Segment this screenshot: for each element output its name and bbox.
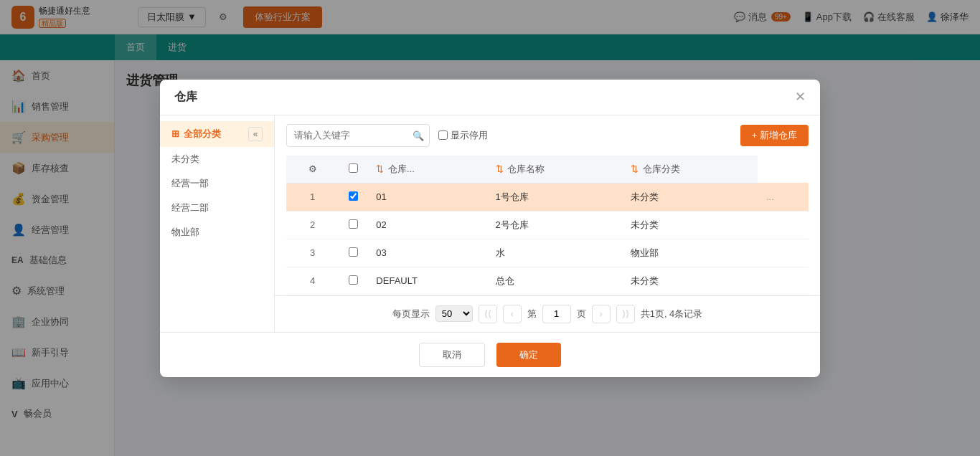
sort-icon-category: ⇅: [631, 163, 639, 174]
page-size-label: 每页显示: [392, 308, 430, 320]
first-page-button[interactable]: ⟨⟨: [479, 305, 497, 323]
category-all[interactable]: ⊞ 全部分类 «: [160, 121, 274, 147]
row-code-1: 02: [367, 211, 486, 239]
row-category-0: 未分类: [622, 183, 758, 211]
grid-icon: ⊞: [171, 128, 179, 139]
row-name-1: 2号仓库: [487, 211, 623, 239]
table-body: 1 01 1号仓库 未分类 ... 2 02 2号仓库 未分类 3 03 水 物…: [286, 183, 809, 295]
modal-footer: 取消 确定: [160, 332, 820, 377]
page-size-select[interactable]: 50 10 20 100: [435, 305, 473, 322]
row-num-3: 4: [286, 267, 339, 295]
row-code-0: 01: [367, 183, 486, 211]
row-name-2: 水: [487, 239, 623, 267]
search-input[interactable]: [286, 124, 430, 147]
modal-overlay[interactable]: 仓库 ✕ ⊞ 全部分类 « 未分类 经营一部 经营二部: [0, 0, 980, 456]
row-checkbox-2[interactable]: [339, 239, 367, 267]
warehouse-table: ⚙ ⇅ 仓库... ⇅ 仓库名称: [286, 156, 809, 295]
row-num-0: 1: [286, 183, 339, 211]
table-toolbar: 🔍 显示停用 + 新增仓库: [275, 115, 820, 156]
confirm-button[interactable]: 确定: [496, 343, 561, 367]
pagination: 每页显示 50 10 20 100 ⟨⟨ ‹ 第 页 › ⟩⟩ 共1页, 4条记…: [275, 295, 820, 332]
modal-close-button[interactable]: ✕: [795, 90, 806, 103]
row-ellipsis-0[interactable]: ...: [758, 183, 809, 211]
sort-icon-code: ⇅: [376, 163, 384, 174]
col-code: ⇅ 仓库...: [367, 156, 486, 184]
page-unit: 页: [577, 308, 586, 320]
row-category-3: 未分类: [622, 267, 758, 295]
data-table: ⚙ ⇅ 仓库... ⇅ 仓库名称: [275, 156, 820, 295]
col-category: ⇅ 仓库分类: [622, 156, 758, 184]
select-all-checkbox[interactable]: [349, 163, 358, 173]
row-checkbox-0[interactable]: [339, 183, 367, 211]
category-panel: ⊞ 全部分类 « 未分类 经营一部 经营二部 物业部: [160, 115, 275, 332]
row-code-3: DEFAULT: [367, 267, 486, 295]
warehouse-modal: 仓库 ✕ ⊞ 全部分类 « 未分类 经营一部 经营二部: [160, 80, 820, 377]
table-row[interactable]: 1 01 1号仓库 未分类 ...: [286, 183, 809, 211]
modal-title: 仓库: [174, 90, 197, 105]
category-item-unclassified[interactable]: 未分类: [160, 147, 274, 171]
table-row[interactable]: 4 DEFAULT 总仓 未分类: [286, 267, 809, 295]
table-header-row: ⚙ ⇅ 仓库... ⇅ 仓库名称: [286, 156, 809, 184]
row-category-2: 物业部: [622, 239, 758, 267]
collapse-button[interactable]: «: [248, 127, 263, 141]
col-settings: ⚙: [286, 156, 339, 184]
table-row[interactable]: 3 03 水 物业部: [286, 239, 809, 267]
row-name-3: 总仓: [487, 267, 623, 295]
col-checkbox: [339, 156, 367, 184]
prev-page-button[interactable]: ‹: [503, 305, 522, 323]
row-name-0: 1号仓库: [487, 183, 623, 211]
search-input-wrap: 🔍: [286, 124, 430, 147]
page-label: 第: [527, 308, 537, 320]
col-name: ⇅ 仓库名称: [487, 156, 623, 184]
category-item-dept2[interactable]: 经营二部: [160, 196, 274, 220]
category-item-dept1[interactable]: 经营一部: [160, 171, 274, 196]
row-checkbox-3[interactable]: [339, 267, 367, 295]
row-num-2: 3: [286, 239, 339, 267]
search-icon[interactable]: 🔍: [413, 130, 424, 141]
category-item-property[interactable]: 物业部: [160, 220, 274, 244]
sort-icon-name: ⇅: [496, 163, 504, 174]
row-category-1: 未分类: [622, 211, 758, 239]
table-panel: 🔍 显示停用 + 新增仓库 ⚙: [275, 115, 820, 332]
cancel-button[interactable]: 取消: [419, 343, 485, 367]
modal-body: ⊞ 全部分类 « 未分类 经营一部 经营二部 物业部: [160, 115, 820, 332]
table-row[interactable]: 2 02 2号仓库 未分类: [286, 211, 809, 239]
modal-header: 仓库 ✕: [160, 80, 820, 115]
row-code-2: 03: [367, 239, 486, 267]
total-info: 共1页, 4条记录: [641, 308, 703, 320]
last-page-button[interactable]: ⟩⟩: [616, 305, 635, 323]
show-disabled-checkbox[interactable]: [438, 130, 448, 140]
page-number-input[interactable]: [542, 305, 571, 323]
show-disabled-label[interactable]: 显示停用: [438, 129, 488, 142]
next-page-button[interactable]: ›: [592, 305, 611, 323]
category-all-label: 全部分类: [184, 128, 221, 141]
row-num-1: 2: [286, 211, 339, 239]
row-checkbox-1[interactable]: [339, 211, 367, 239]
add-warehouse-button[interactable]: + 新增仓库: [740, 125, 809, 146]
